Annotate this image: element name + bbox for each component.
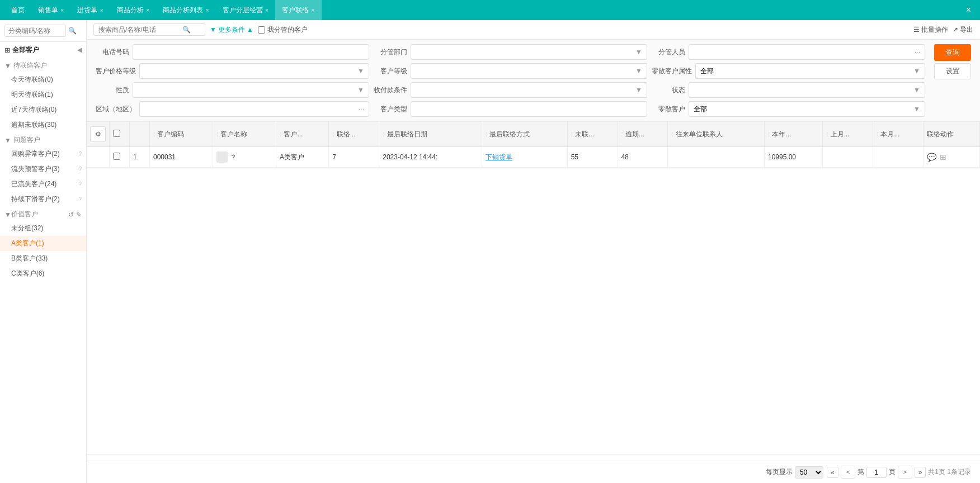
customer-type-select[interactable]: [411, 101, 647, 117]
nav-purchase[interactable]: 进货单 ×: [70, 0, 110, 20]
gear-button[interactable]: ⚙: [90, 126, 106, 142]
sidebar-all-customers[interactable]: ⊞ 全部客户 ◀: [0, 42, 86, 58]
my-customers-checkbox[interactable]: [258, 26, 265, 34]
filter-nature: 性质 ▼: [96, 82, 369, 98]
sidebar-item-declining[interactable]: 持续下滑客户(2) ?: [0, 192, 86, 207]
sidebar-group-pending[interactable]: ▼ 待联络客户: [0, 58, 86, 72]
col-this-month[interactable]: :本月...: [873, 122, 924, 147]
sidebar-item-a-class[interactable]: A类客户(1): [0, 236, 86, 251]
sidebar-item-b-class[interactable]: B类客户(33): [0, 251, 86, 266]
nav-customer-contact[interactable]: 客户联络 ×: [275, 0, 321, 20]
price-level-arrow: ▼: [357, 67, 364, 75]
batch-op-btn[interactable]: ☰ 批量操作: [913, 25, 948, 35]
refresh-icon[interactable]: ↺: [68, 211, 74, 219]
prev-page-btn[interactable]: ＜: [841, 466, 855, 479]
per-page-select[interactable]: 50 20 100: [795, 466, 823, 479]
customer-level-select[interactable]: ▼: [411, 63, 647, 79]
sidebar-item-loss-warning[interactable]: 流失预警客户(3) ?: [0, 162, 86, 177]
edit-icon[interactable]: ✎: [76, 211, 82, 219]
next-page-btn[interactable]: ＞: [898, 466, 912, 479]
sidebar-search-icon[interactable]: 🔍: [68, 27, 77, 35]
col-last-month[interactable]: :上月...: [823, 122, 873, 147]
sidebar-item-overdue-contact[interactable]: 逾期未联络(30): [0, 117, 86, 132]
col-category[interactable]: :客户...: [276, 122, 329, 147]
nav-close-analysis[interactable]: ×: [146, 7, 149, 13]
first-page-btn[interactable]: «: [827, 467, 838, 478]
nav-customer-mgr[interactable]: 客户分层经营 ×: [216, 0, 275, 20]
person-select[interactable]: ···: [689, 44, 925, 60]
col-this-year[interactable]: :本年...: [764, 122, 822, 147]
query-button[interactable]: 查询: [934, 44, 971, 61]
sidebar-item-rebuy-abnormal[interactable]: 回购异常客户(2) ?: [0, 146, 86, 162]
filter-search-icon[interactable]: 🔍: [182, 26, 191, 34]
nav-sales[interactable]: 销售单 ×: [31, 0, 70, 20]
retail-customer-select[interactable]: 全部 ▼: [689, 101, 925, 117]
help-icon-3[interactable]: ?: [78, 181, 82, 187]
name-avatar: [216, 151, 228, 163]
status-select[interactable]: ▼: [689, 82, 925, 98]
nature-select[interactable]: ▼: [133, 82, 369, 98]
sidebar-collapse-btn[interactable]: ◀: [77, 46, 82, 54]
region-label: 区域（地区）: [96, 105, 136, 114]
phone-input[interactable]: [133, 44, 369, 60]
col-name[interactable]: :客户名称: [213, 122, 276, 147]
sidebar-item-ungroup[interactable]: 未分组(32): [0, 221, 86, 236]
payment-select[interactable]: ▼: [411, 82, 647, 98]
nav-close-customer-contact[interactable]: ×: [311, 7, 314, 13]
filter-dept: 分管部门 ▼: [374, 44, 647, 60]
col-contact[interactable]: :联络...: [329, 122, 379, 147]
row-last-month: [823, 147, 873, 168]
sidebar-item-7days-contact[interactable]: 近7天待联络(0): [0, 102, 86, 117]
nav-home[interactable]: 首页: [4, 0, 31, 20]
filter-row-2: 客户价格等级 ▼ 客户等级 ▼: [96, 63, 925, 79]
export-btn[interactable]: ↗ 导出: [953, 25, 973, 35]
grid-action-icon[interactable]: ⊞: [940, 153, 946, 162]
col-last-contact-date[interactable]: :最后联络日期: [379, 122, 482, 147]
col-prev-contactor[interactable]: :往来单位联系人: [668, 122, 765, 147]
person-label: 分管人员: [652, 48, 685, 57]
nav-analysis-list[interactable]: 商品分析列表 ×: [156, 0, 215, 20]
sidebar-item-tomorrow-contact[interactable]: 明天待联络(1): [0, 87, 86, 102]
nav-analysis[interactable]: 商品分析 ×: [110, 0, 156, 20]
help-icon-2[interactable]: ?: [78, 166, 82, 172]
triangle-icon-2: ▼: [4, 136, 11, 144]
col-last-contact-type[interactable]: :最后联络方式: [482, 122, 567, 147]
dept-select[interactable]: ▼: [411, 44, 647, 60]
triangle-icon-3: ▼: [4, 211, 11, 219]
contact-type-link[interactable]: 下销货单: [486, 153, 512, 161]
sidebar-item-c-class[interactable]: C类客户(6): [0, 266, 86, 281]
col-overdue[interactable]: :逾期...: [618, 122, 668, 147]
horizontal-scrollbar[interactable]: [87, 454, 980, 461]
window-close-btn[interactable]: ×: [962, 5, 976, 15]
nav-close-purchase[interactable]: ×: [100, 7, 103, 13]
filter-more-btn[interactable]: ▼ 更多条件 ▲: [210, 25, 253, 35]
region-dots-icon: ···: [359, 105, 364, 113]
nav-close-sales[interactable]: ×: [60, 7, 64, 13]
col-no-contact[interactable]: :未联...: [567, 122, 618, 147]
help-icon-1[interactable]: ?: [78, 151, 82, 157]
row-checkbox[interactable]: [113, 153, 120, 160]
filter-search-input[interactable]: [98, 26, 182, 34]
nav-close-analysis-list[interactable]: ×: [205, 7, 209, 13]
dept-label: 分管部门: [374, 48, 407, 57]
page-input[interactable]: [866, 467, 887, 478]
col-code[interactable]: :客户编码: [150, 122, 213, 147]
filter-row-4: 区域（地区） ··· 客户类型: [96, 101, 925, 117]
chat-action-icon[interactable]: 💬: [927, 153, 936, 162]
sidebar-search-input[interactable]: [4, 25, 66, 37]
pagination: 每页显示 50 20 100 « ＜ 第 页 ＞ » 共1页 1条记录: [87, 461, 980, 483]
region-select[interactable]: ···: [139, 101, 369, 117]
price-level-select[interactable]: ▼: [139, 63, 369, 79]
retail-attr-select[interactable]: 全部 ▼: [695, 63, 925, 79]
sidebar: 🔍 ⊞ 全部客户 ◀ ▼ 待联络客户 今天待联络(0) 明天待联络(1) 近7天…: [0, 20, 87, 483]
settings-button[interactable]: 设置: [934, 63, 971, 79]
filter-row-3: 性质 ▼ 收付款条件 ▼: [96, 82, 925, 98]
sidebar-group-problem[interactable]: ▼ 问题客户: [0, 132, 86, 146]
last-page-btn[interactable]: »: [915, 467, 926, 478]
nav-close-customer-mgr[interactable]: ×: [265, 7, 268, 13]
sidebar-item-lost[interactable]: 已流失客户(24) ?: [0, 177, 86, 192]
help-icon-4[interactable]: ?: [78, 196, 82, 202]
sidebar-item-today-contact[interactable]: 今天待联络(0): [0, 72, 86, 87]
select-all-checkbox[interactable]: [113, 130, 120, 137]
page-end-label: 页: [889, 467, 896, 477]
